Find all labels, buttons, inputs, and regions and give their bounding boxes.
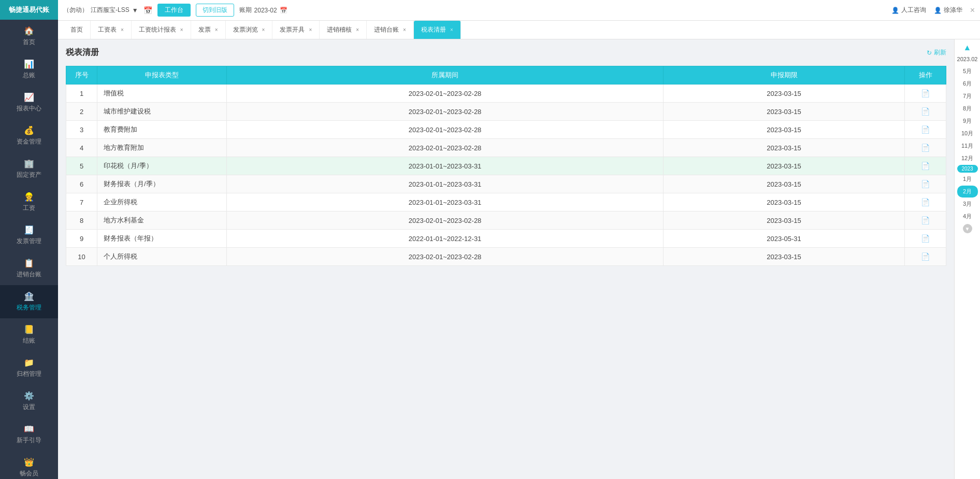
sidebar-item-home[interactable]: 🏠 首页 (0, 20, 58, 53)
content-main: 税表清册 ↻ 刷新 序号 申报表类型 所属期间 申报期限 操作 (58, 39, 954, 479)
tab-invoice-close[interactable]: × (215, 27, 218, 33)
month-item[interactable]: 5月 (957, 65, 978, 77)
sidebar-item-member-label: 畅会员 (20, 469, 38, 478)
tab-invoice[interactable]: 发票 × (191, 21, 226, 39)
tab-salary-stats[interactable]: 工资统计报表 × (132, 21, 191, 39)
action-icon[interactable]: 📄 (921, 162, 930, 170)
tab-tax-register[interactable]: 税表清册 × (414, 21, 461, 39)
sidebar-item-home-label: 首页 (23, 38, 35, 47)
action-icon[interactable]: 📄 (921, 89, 930, 97)
tab-tax-register-close[interactable]: × (450, 27, 453, 33)
tab-invoice-issue-close[interactable]: × (309, 27, 312, 33)
funds-icon: 💰 (24, 125, 34, 135)
cell-period: 2023-02-01~2023-02-28 (227, 84, 664, 103)
tab-invoice-browse[interactable]: 发票浏览 × (226, 21, 273, 39)
tab-purchase-ledger-close[interactable]: × (403, 27, 406, 33)
tab-invoice-browse-close[interactable]: × (262, 27, 265, 33)
topbar: （勿动） 江西服宝-LSS ▼ 📅 工作台 切到旧版 账期 2023-02 📅 … (58, 0, 980, 21)
refresh-button[interactable]: ↻ 刷新 (927, 48, 946, 57)
month-item[interactable]: 6月 (957, 78, 978, 90)
month-item[interactable]: 2月 (957, 186, 978, 198)
cell-type: 教育费附加 (97, 121, 227, 139)
month-item[interactable]: 7月 (957, 90, 978, 102)
user-button[interactable]: 👤 徐涤华 (934, 6, 962, 15)
tab-purchase-ledger[interactable]: 进销台账 × (367, 21, 414, 39)
sidebar-item-assets[interactable]: 🏢 固定资产 (0, 152, 58, 186)
sidebar-item-closing[interactable]: 📒 结账 (0, 318, 58, 351)
cell-deadline: 2023-03-15 (664, 248, 905, 266)
tax-icon: 🏦 (24, 291, 34, 301)
sidebar-item-tax[interactable]: 🏦 税务管理 (0, 285, 58, 318)
action-icon[interactable]: 📄 (921, 198, 930, 206)
content: 税表清册 ↻ 刷新 序号 申报表类型 所属期间 申报期限 操作 (58, 39, 980, 479)
period-calendar-icon[interactable]: 📅 (280, 7, 287, 14)
tab-purchase-audit[interactable]: 进销稽核 × (320, 21, 367, 39)
tab-invoice-issue-label: 发票开具 (280, 25, 305, 34)
tab-invoice-issue[interactable]: 发票开具 × (272, 21, 320, 39)
ai-consult-button[interactable]: 👤 人工咨询 (891, 6, 926, 15)
action-icon[interactable]: 📄 (921, 107, 930, 116)
home-icon: 🏠 (24, 26, 34, 36)
user-name: 徐涤华 (944, 6, 962, 15)
sidebar-item-purchases[interactable]: 📋 进销台账 (0, 252, 58, 285)
cell-index: 5 (66, 157, 97, 175)
salary-icon: 👷 (24, 192, 34, 202)
action-icon[interactable]: 📄 (921, 216, 930, 224)
month-item[interactable]: 11月 (957, 140, 978, 152)
action-icon[interactable]: 📄 (921, 252, 930, 261)
panel-collapse-button[interactable]: ▼ (963, 224, 972, 233)
sidebar-item-member[interactable]: 👑 畅会员 (0, 451, 58, 479)
table-row: 8 地方水利基金 2023-02-01~2023-02-28 2023-03-1… (66, 212, 946, 230)
cell-action: 📄 (905, 248, 946, 266)
cell-type: 企业所得税 (97, 193, 227, 212)
sidebar-item-invoices[interactable]: 🧾 发票管理 (0, 219, 58, 252)
cell-index: 9 (66, 230, 97, 248)
month-item[interactable]: 4月 (957, 210, 978, 222)
tax-table: 序号 申报表类型 所属期间 申报期限 操作 1 增值税 2023-02-01~2… (66, 66, 946, 266)
close-button[interactable]: × (970, 6, 975, 15)
month-item[interactable]: 2023 (957, 165, 978, 173)
action-icon[interactable]: 📄 (921, 180, 930, 188)
month-item[interactable]: 10月 (957, 128, 978, 139)
cell-action: 📄 (905, 139, 946, 157)
month-item[interactable]: 9月 (957, 115, 978, 127)
action-icon[interactable]: 📄 (921, 234, 930, 243)
sidebar-item-reports-label: 报表中心 (17, 104, 41, 113)
sidebar-item-ledger[interactable]: 📊 总账 (0, 53, 58, 86)
switch-button[interactable]: 切到旧版 (196, 4, 234, 17)
sidebar-item-archive[interactable]: 📁 归档管理 (0, 351, 58, 385)
sidebar-item-salary[interactable]: 👷 工资 (0, 186, 58, 219)
cell-index: 4 (66, 139, 97, 157)
tab-purchase-audit-close[interactable]: × (356, 27, 359, 33)
sidebar-item-guide[interactable]: 📖 新手引导 (0, 418, 58, 451)
tab-home[interactable]: 首页 (63, 21, 91, 39)
action-icon[interactable]: 📄 (921, 125, 930, 134)
user-avatar-icon: 👤 (934, 7, 942, 14)
sidebar-item-closing-label: 结账 (23, 336, 35, 345)
sidebar-item-purchases-label: 进销台账 (17, 270, 41, 279)
month-item[interactable]: 3月 (957, 198, 978, 210)
tab-salary-table-close[interactable]: × (121, 27, 124, 33)
tab-home-label: 首页 (70, 25, 83, 34)
month-item[interactable]: 8月 (957, 103, 978, 115)
sidebar-item-settings-label: 设置 (23, 403, 35, 412)
month-item[interactable]: 12月 (957, 152, 978, 164)
cell-period: 2023-01-01~2023-03-31 (227, 175, 664, 193)
company-dropdown-icon: ▼ (132, 7, 138, 14)
table-row: 2 城市维护建设税 2023-02-01~2023-02-28 2023-03-… (66, 103, 946, 121)
panel-up-arrow[interactable]: ▲ (962, 42, 973, 53)
table-row: 6 财务报表（月/季） 2023-01-01~2023-03-31 2023-0… (66, 175, 946, 193)
month-item[interactable]: 1月 (957, 173, 978, 185)
tab-salary-table[interactable]: 工资表 × (91, 21, 132, 39)
sidebar-item-funds[interactable]: 💰 资金管理 (0, 119, 58, 152)
cell-deadline: 2023-05-31 (664, 230, 905, 248)
tab-salary-stats-close[interactable]: × (180, 27, 183, 33)
ai-icon: 👤 (891, 7, 899, 14)
sidebar-item-settings[interactable]: ⚙️ 设置 (0, 385, 58, 418)
workcenter-button[interactable]: 工作台 (157, 4, 191, 17)
action-icon[interactable]: 📄 (921, 144, 930, 152)
sidebar-item-reports[interactable]: 📈 报表中心 (0, 86, 58, 119)
period-label: 账期 (239, 6, 252, 15)
cell-period: 2023-02-01~2023-02-28 (227, 121, 664, 139)
company-selector[interactable]: （勿动） 江西服宝-LSS ▼ (63, 6, 138, 15)
